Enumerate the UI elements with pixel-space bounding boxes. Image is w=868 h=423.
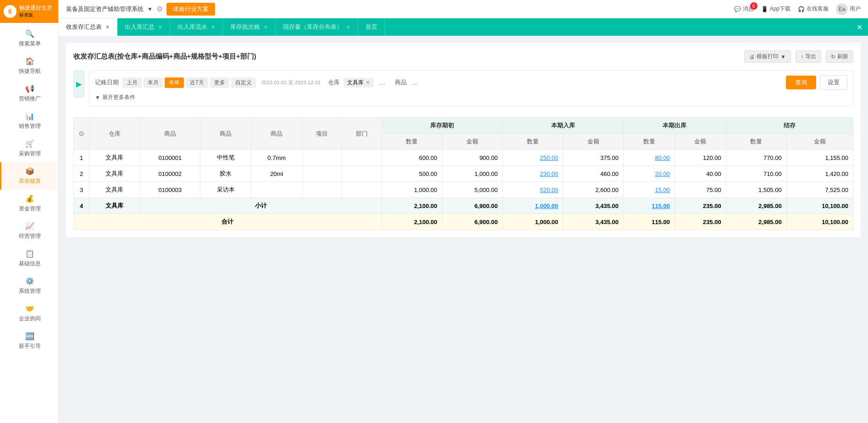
tab-label-4: 出入库汇总 xyxy=(125,23,155,31)
tab-4[interactable]: 出入库汇总✕ xyxy=(117,18,170,36)
goods-more-icon[interactable]: ... xyxy=(410,78,420,87)
col-dept-header: 部门 xyxy=(342,118,382,150)
row-in-qty[interactable]: 250.00 xyxy=(503,150,563,166)
message-badge: 6 xyxy=(750,2,757,10)
experience-button[interactable]: 体验行业方案 xyxy=(166,3,215,16)
settings-button[interactable]: 设置 xyxy=(820,75,847,90)
footer-out-amt: 235.00 xyxy=(674,214,726,230)
row-open-qty: 1,000.00 xyxy=(381,182,442,198)
query-button[interactable]: 查询 xyxy=(786,76,816,89)
date-btn-自定义[interactable]: 自定义 xyxy=(231,77,256,88)
date-btn-本年[interactable]: 本年 xyxy=(165,77,184,88)
row-out-qty[interactable]: 20.00 xyxy=(624,166,675,182)
data-table: ⚙ 仓库 商品 商品 商品 项目 部门 库存期初 本期入库 本期出库 结存 xyxy=(73,117,853,230)
row-in-qty[interactable]: 230.00 xyxy=(503,166,563,182)
row-goods-spec xyxy=(251,182,302,198)
data-table-wrapper: ⚙ 仓库 商品 商品 商品 项目 部门 库存期初 本期入库 本期出库 结存 xyxy=(73,117,853,230)
date-filter-label: 记账日期 xyxy=(95,78,119,87)
tab-3[interactable]: 出入库流水✕ xyxy=(170,18,223,36)
date-range: 2023-01-01 至 2023-12-31 xyxy=(261,79,321,86)
sidebar-item-guide[interactable]: 🆕 新手引导 xyxy=(0,327,58,355)
row-dept xyxy=(342,166,382,182)
app-download-action[interactable]: 📱 App下载 xyxy=(761,5,791,13)
print-button[interactable]: 🖨 模板打印 ▼ xyxy=(744,50,791,63)
sidebar-item-inventory[interactable]: 📦 库存核算 xyxy=(0,162,58,190)
tab-1[interactable]: 现存量（库存分布表）✕ xyxy=(276,18,358,36)
system-title: 装备及固定资产辅助管理系统 xyxy=(66,5,144,13)
tab-close-1[interactable]: ✕ xyxy=(346,24,350,30)
tab-label-5: 收发存汇总表 xyxy=(66,23,102,31)
row-bal-qty: 1,505.00 xyxy=(726,182,786,198)
row-goods-code: 0100002 xyxy=(140,166,200,182)
tab-2[interactable]: 库存批次账✕ xyxy=(223,18,276,36)
sidebar-item-label-system: 系统管理 xyxy=(19,287,41,295)
warehouse-tag-close[interactable]: ✕ xyxy=(365,79,370,86)
sidebar-item-label-search: 搜索菜单 xyxy=(19,40,41,48)
col-project-header: 项目 xyxy=(302,118,342,150)
header-left: 装备及固定资产辅助管理系统 ▼ ⚙ 体验行业方案 xyxy=(66,3,215,16)
table-settings-icon[interactable]: ⚙ xyxy=(78,130,84,138)
col-bal-amt-header: 金额 xyxy=(786,134,853,150)
subtotal-open-amt: 6,900.00 xyxy=(442,198,503,214)
sidebar-item-purchase[interactable]: 🛒 采购管理 xyxy=(0,135,58,162)
date-filter-group: 记账日期 上月本月本年近7天更多自定义 2023-01-01 至 2023-12… xyxy=(95,77,321,88)
main-area: 装备及固定资产辅助管理系统 ▼ ⚙ 体验行业方案 💬 消息 6 📱 App下载 … xyxy=(59,0,868,423)
settings-icon[interactable]: ⚙ xyxy=(156,5,163,13)
system-dropdown[interactable]: ▼ xyxy=(147,6,153,12)
col-goods-spec-header: 商品 xyxy=(251,118,302,150)
sidebar-item-quicknav[interactable]: 🏠 快捷导航 xyxy=(0,52,58,80)
tab-close-2[interactable]: ✕ xyxy=(264,24,268,30)
goods-filter-group: 商品 ... xyxy=(395,78,420,87)
sidebar-item-enterprise[interactable]: 🤝 企业协同 xyxy=(0,300,58,327)
sidebar: 6 畅捷通好生意 标准版 🔍 搜索菜单🏠 快捷导航📢 营销推广📊 销售管理🛒 采… xyxy=(0,0,59,423)
sidebar-item-label-enterprise: 企业协同 xyxy=(19,315,41,323)
date-btn-更多[interactable]: 更多 xyxy=(210,77,229,88)
sidebar-item-finance[interactable]: 💰 资金管理 xyxy=(0,190,58,217)
inventory-icon: 📦 xyxy=(25,167,34,176)
tab-close-5[interactable]: ✕ xyxy=(105,24,110,30)
close-all-tabs[interactable]: ✕ xyxy=(851,23,868,32)
date-btn-近7天[interactable]: 近7天 xyxy=(186,77,208,88)
row-out-qty[interactable]: 15.00 xyxy=(624,182,675,198)
footer-out-qty: 115.00 xyxy=(624,214,675,230)
date-btn-上月[interactable]: 上月 xyxy=(122,77,142,88)
sidebar-item-basic[interactable]: 📋 基础信息 xyxy=(0,245,58,272)
tab-close-4[interactable]: ✕ xyxy=(158,24,162,30)
sidebar-item-system[interactable]: ⚙️ 系统管理 xyxy=(0,272,58,300)
tab-close-3[interactable]: ✕ xyxy=(211,24,215,30)
sidebar-item-label-inventory: 库存核算 xyxy=(19,177,41,185)
printer-icon: 🖨 xyxy=(749,54,755,60)
filter-toggle-button[interactable]: ▶ xyxy=(73,70,84,98)
dropdown-arrow-icon: ▼ xyxy=(147,6,153,12)
message-action[interactable]: 💬 消息 6 xyxy=(734,5,754,13)
online-service-action[interactable]: 🎧 在线客服 xyxy=(798,5,829,13)
row-bal-amt: 1,420.00 xyxy=(786,166,853,182)
subtotal-row: 4 文具库 小计 2,100.00 6,900.00 1,000.00 3,43… xyxy=(74,198,853,214)
footer-bal-qty: 2,985.00 xyxy=(726,214,786,230)
tab-0[interactable]: 首页 xyxy=(358,18,385,36)
warehouse-more-icon[interactable]: ... xyxy=(377,78,387,87)
row-out-qty[interactable]: 80.00 xyxy=(624,150,675,166)
sidebar-item-sales[interactable]: 📊 销售管理 xyxy=(0,107,58,135)
tab-5[interactable]: 收发存汇总表✕ xyxy=(59,18,117,36)
export-button[interactable]: ↑ 导出 xyxy=(796,50,821,63)
sidebar-item-search[interactable]: 🔍 搜索菜单 xyxy=(0,25,58,52)
user-action[interactable]: Ea 用户 xyxy=(836,3,861,15)
refresh-button[interactable]: ↻ 刷新 xyxy=(826,50,853,63)
row-project xyxy=(302,150,342,166)
expand-filter-button[interactable]: ▼ 展开更多条件 xyxy=(95,93,847,101)
date-btn-本月[interactable]: 本月 xyxy=(144,77,163,88)
row-in-qty[interactable]: 520.00 xyxy=(503,182,563,198)
col-goods-code-header: 商品 xyxy=(140,118,200,150)
sidebar-logo: 6 畅捷通好生意 标准版 xyxy=(0,0,58,23)
page-card: 收发存汇总表(按仓库+商品编码+商品+规格型号+项目+部门) 🖨 模板打印 ▼ … xyxy=(66,43,861,237)
sidebar-menu: 🔍 搜索菜单🏠 快捷导航📢 营销推广📊 销售管理🛒 采购管理📦 库存核算💰 资金… xyxy=(0,23,58,423)
expand-icon: ▼ xyxy=(95,94,100,101)
tab-label-1: 现存量（库存分布表） xyxy=(283,23,343,31)
subtotal-warehouse: 文具库 xyxy=(89,198,140,214)
sidebar-item-marketing[interactable]: 📢 营销推广 xyxy=(0,80,58,107)
logo-text: 畅捷通好生意 标准版 xyxy=(19,5,52,18)
sidebar-item-operation[interactable]: 📈 经营管理 xyxy=(0,217,58,245)
message-icon: 💬 xyxy=(734,6,741,12)
subtotal-bal-qty: 2,985.00 xyxy=(726,198,786,214)
